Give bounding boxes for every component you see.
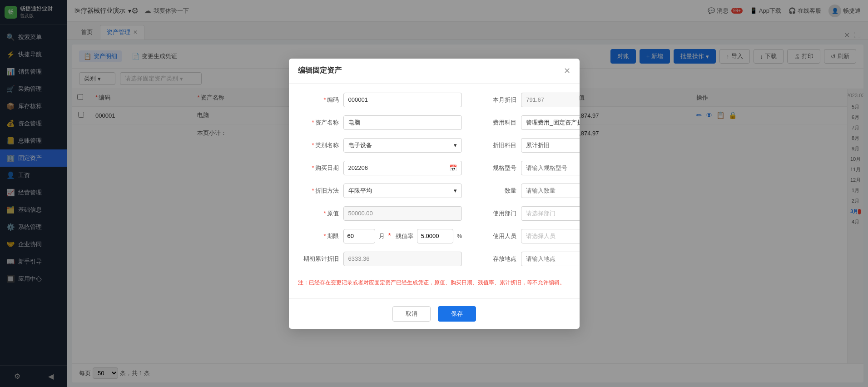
modal-title: 编辑固定资产: [298, 66, 342, 75]
modal-note: 注：已经存在变更记录或者对应固定资产已经生成凭证，原值、购买日期、残值率、累计折…: [298, 274, 570, 289]
original-value-label: *原值: [298, 209, 339, 218]
monthly-dep-input: [521, 93, 579, 107]
dep-subject-label: 折旧科目: [476, 141, 516, 149]
form-row-quantity: 数量: [476, 184, 579, 198]
purchase-date-input[interactable]: 202206 📅: [343, 161, 462, 175]
dep-subject-select[interactable]: 累计折旧: [521, 138, 579, 153]
period-input[interactable]: [343, 229, 375, 243]
calendar-icon: 📅: [449, 164, 457, 172]
expense-subject-select[interactable]: 管理费用_固定资产折旧: [521, 115, 579, 130]
period-unit: 月: [379, 232, 385, 240]
form-row-original-value: *原值: [298, 206, 462, 221]
form-row-dept: 使用部门 请选择部门: [476, 206, 579, 221]
dep-method-select[interactable]: 年限平均: [343, 184, 462, 198]
category-chevron: [454, 142, 457, 149]
asset-name-input[interactable]: [343, 115, 462, 130]
person-select[interactable]: 请选择人员: [521, 229, 579, 243]
quantity-label: 数量: [476, 187, 516, 195]
form-row-person: 使用人员 请选择人员: [476, 229, 579, 243]
dep-subject-value: 累计折旧: [526, 141, 550, 149]
period-label: *期限: [298, 232, 339, 240]
dept-select[interactable]: 请选择部门: [521, 206, 579, 221]
modal-body: *编码 *资产名称 *类别名称: [289, 84, 580, 298]
monthly-dep-label: 本月折旧: [476, 96, 516, 104]
period-group: 月 * 残值率 %: [343, 229, 462, 243]
cancel-button[interactable]: 取消: [392, 306, 431, 322]
form-row-monthly-dep: 本月折旧: [476, 93, 579, 107]
form-row-category: *类别名称 电子设备: [298, 138, 462, 153]
form-row-dep-method: *折旧方法 年限平均: [298, 184, 462, 198]
purchase-date-value: 202206: [348, 164, 368, 171]
category-label: *类别名称: [298, 141, 339, 149]
asset-name-label: *资产名称: [298, 119, 339, 127]
original-value-input[interactable]: [343, 206, 462, 221]
form-row-dep-subject: 折旧科目 累计折旧: [476, 138, 579, 153]
save-button[interactable]: 保存: [438, 306, 476, 322]
modal-close-button[interactable]: ✕: [564, 66, 570, 76]
pct-symbol: %: [457, 233, 462, 239]
form-row-code: *编码: [298, 93, 462, 107]
residual-rate-label: 残值率: [396, 232, 413, 240]
modal-footer: 取消 保存: [289, 298, 580, 329]
form-row-period: *期限 月 * 残值率 %: [298, 229, 462, 243]
person-placeholder: 请选择人员: [526, 232, 556, 240]
dep-method-label: *折旧方法: [298, 187, 339, 195]
form-row-location: 存放地点: [476, 252, 579, 266]
code-input[interactable]: [343, 93, 462, 107]
form-row-purchase-date: *购买日期 202206 📅: [298, 161, 462, 175]
category-value: 电子设备: [348, 141, 372, 149]
form-row-expense-subject: 费用科目 管理费用_固定资产折旧: [476, 115, 579, 130]
category-select[interactable]: 电子设备: [343, 138, 462, 153]
spec-input[interactable]: [521, 161, 579, 175]
location-input[interactable]: [521, 252, 579, 266]
code-label: *编码: [298, 96, 339, 104]
init-dep-label: 期初累计折旧: [298, 255, 339, 263]
dept-placeholder: 请选择部门: [526, 209, 556, 218]
dept-label: 使用部门: [476, 209, 516, 218]
expense-subject-value: 管理费用_固定资产折旧: [526, 119, 579, 127]
modal-overlay: 编辑固定资产 ✕ *编码 *资产名称: [0, 0, 868, 387]
form-row-asset-name: *资产名称: [298, 115, 462, 130]
edit-asset-modal: 编辑固定资产 ✕ *编码 *资产名称: [289, 59, 580, 329]
init-dep-input[interactable]: [343, 252, 462, 266]
expense-subject-label: 费用科目: [476, 119, 516, 127]
form-row-init-dep: 期初累计折旧: [298, 252, 462, 266]
dep-method-chevron: [454, 187, 457, 194]
person-label: 使用人员: [476, 232, 516, 240]
spec-label: 规格型号: [476, 164, 516, 172]
modal-header: 编辑固定资产 ✕: [289, 59, 580, 84]
dep-method-value: 年限平均: [348, 187, 372, 195]
quantity-input[interactable]: [521, 184, 579, 198]
location-label: 存放地点: [476, 255, 516, 263]
form-row-spec: 规格型号: [476, 161, 579, 175]
residual-rate-input[interactable]: [417, 229, 453, 243]
purchase-date-label: *购买日期: [298, 164, 339, 172]
